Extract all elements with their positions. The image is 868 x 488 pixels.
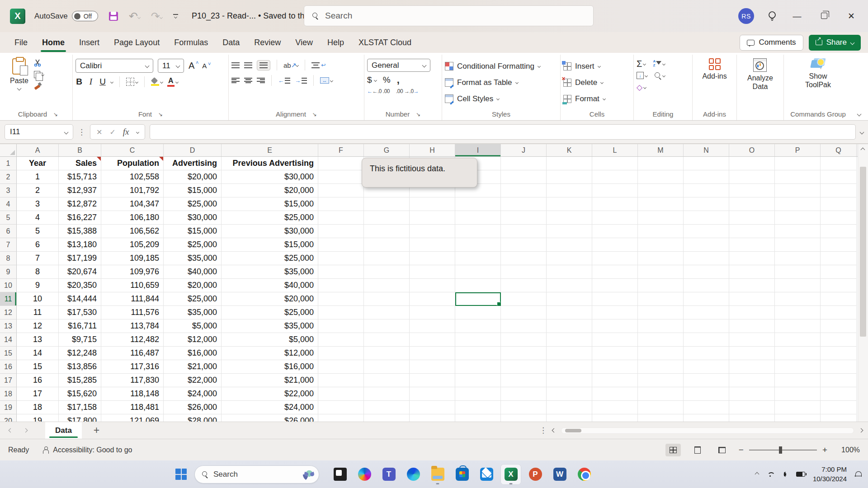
cell-M1[interactable]: [638, 157, 684, 170]
taskbar-app-word[interactable]: W: [549, 464, 570, 485]
cell-N8[interactable]: [684, 252, 729, 265]
cell-I20[interactable]: [455, 414, 501, 422]
notifications-bell-icon[interactable]: [854, 471, 862, 478]
cell-N3[interactable]: [684, 184, 729, 197]
cell-J7[interactable]: [501, 238, 547, 252]
cell-B11[interactable]: $14,444: [59, 292, 101, 306]
cell-E6[interactable]: $30,000: [222, 225, 318, 238]
cell-N2[interactable]: [684, 170, 729, 184]
cell-L13[interactable]: [592, 319, 638, 333]
cell-K10[interactable]: [547, 279, 592, 292]
cell-F4[interactable]: [318, 197, 364, 211]
horizontal-scroll-track[interactable]: [561, 427, 854, 434]
cell-M19[interactable]: [638, 401, 684, 414]
row-header-17[interactable]: 17: [0, 374, 17, 387]
tab-review[interactable]: Review: [247, 34, 288, 52]
cell-D1[interactable]: Advertising: [164, 157, 222, 170]
column-header-J[interactable]: J: [501, 144, 547, 156]
cell-K7[interactable]: [547, 238, 592, 252]
cell-B18[interactable]: $15,620: [59, 387, 101, 401]
clipboard-dialog-launcher[interactable]: ↘: [53, 111, 58, 117]
next-sheet-button[interactable]: [24, 428, 28, 433]
wrap-text-button[interactable]: ↩: [311, 62, 326, 68]
cell-K9[interactable]: [547, 265, 592, 279]
cell-J2[interactable]: [501, 170, 547, 184]
taskbar-app-excel[interactable]: X: [500, 464, 521, 485]
cell-Q12[interactable]: [821, 306, 857, 319]
cell-P1[interactable]: [775, 157, 821, 170]
cell-A18[interactable]: 17: [17, 387, 59, 401]
cell-B19[interactable]: $17,158: [59, 401, 101, 414]
cell-F8[interactable]: [318, 252, 364, 265]
cell-I6[interactable]: [455, 225, 501, 238]
cell-F15[interactable]: [318, 347, 364, 360]
cell-I9[interactable]: [455, 265, 501, 279]
cell-O18[interactable]: [729, 387, 775, 401]
cell-O11[interactable]: [729, 292, 775, 306]
scroll-right-icon[interactable]: [859, 428, 863, 433]
sheet-tab-data[interactable]: Data: [45, 422, 82, 439]
lightbulb-icon[interactable]: [768, 10, 777, 22]
cell-A5[interactable]: 4: [17, 211, 59, 225]
cell-Q6[interactable]: [821, 225, 857, 238]
cell-Q7[interactable]: [821, 238, 857, 252]
taskbar-app-store[interactable]: [452, 464, 472, 485]
cell-B16[interactable]: $13,856: [59, 360, 101, 374]
cell-J1[interactable]: [501, 157, 547, 170]
cell-K20[interactable]: [547, 414, 592, 422]
cell-A8[interactable]: 7: [17, 252, 59, 265]
cell-D2[interactable]: $20,000: [164, 170, 222, 184]
cell-F13[interactable]: [318, 319, 364, 333]
cell-D20[interactable]: $28,000: [164, 414, 222, 422]
normal-view-button[interactable]: [665, 444, 681, 456]
alignment-dialog-launcher[interactable]: ↘: [312, 111, 317, 117]
cell-Q15[interactable]: [821, 347, 857, 360]
cell-I10[interactable]: [455, 279, 501, 292]
cell-K4[interactable]: [547, 197, 592, 211]
cell-G17[interactable]: [364, 374, 410, 387]
cell-M14[interactable]: [638, 333, 684, 347]
decrease-decimal-button[interactable]: .00 →.0→: [396, 88, 419, 94]
cell-M16[interactable]: [638, 360, 684, 374]
merge-center-button[interactable]: ↔: [320, 77, 333, 84]
cell-K19[interactable]: [547, 401, 592, 414]
cell-B3[interactable]: $12,937: [59, 184, 101, 197]
align-left-button[interactable]: [231, 78, 240, 84]
cell-L8[interactable]: [592, 252, 638, 265]
taskbar-search[interactable]: Search: [194, 465, 319, 483]
cell-L9[interactable]: [592, 265, 638, 279]
row-header-6[interactable]: 6: [0, 225, 17, 238]
format-cells-button[interactable]: Format: [563, 92, 605, 106]
restore-button[interactable]: [817, 11, 831, 21]
cell-D3[interactable]: $15,000: [164, 184, 222, 197]
cell-M3[interactable]: [638, 184, 684, 197]
clock[interactable]: 7:00 PM 10/30/2024: [813, 465, 847, 483]
currency-button[interactable]: $: [367, 75, 377, 85]
cell-E17[interactable]: $21,000: [222, 374, 318, 387]
cell-M9[interactable]: [638, 265, 684, 279]
font-dialog-launcher[interactable]: ↘: [158, 111, 163, 117]
cell-F6[interactable]: [318, 225, 364, 238]
cell-Q5[interactable]: [821, 211, 857, 225]
cell-A10[interactable]: 9: [17, 279, 59, 292]
cell-N19[interactable]: [684, 401, 729, 414]
cell-C18[interactable]: 118,148: [101, 387, 164, 401]
cell-A19[interactable]: 18: [17, 401, 59, 414]
cell-O2[interactable]: [729, 170, 775, 184]
cell-H11[interactable]: [410, 292, 455, 306]
cell-J10[interactable]: [501, 279, 547, 292]
formula-input[interactable]: [150, 124, 856, 140]
tab-page-layout[interactable]: Page Layout: [107, 34, 167, 52]
cell-H17[interactable]: [410, 374, 455, 387]
cell-D16[interactable]: $21,000: [164, 360, 222, 374]
tab-xlstat-cloud[interactable]: XLSTAT Cloud: [351, 34, 419, 52]
cell-M2[interactable]: [638, 170, 684, 184]
taskbar-app-teams[interactable]: T: [378, 464, 399, 485]
cell-J19[interactable]: [501, 401, 547, 414]
name-box[interactable]: I11: [5, 124, 73, 140]
cell-M15[interactable]: [638, 347, 684, 360]
cell-H8[interactable]: [410, 252, 455, 265]
cell-E5[interactable]: $25,000: [222, 211, 318, 225]
cell-O3[interactable]: [729, 184, 775, 197]
cell-G12[interactable]: [364, 306, 410, 319]
